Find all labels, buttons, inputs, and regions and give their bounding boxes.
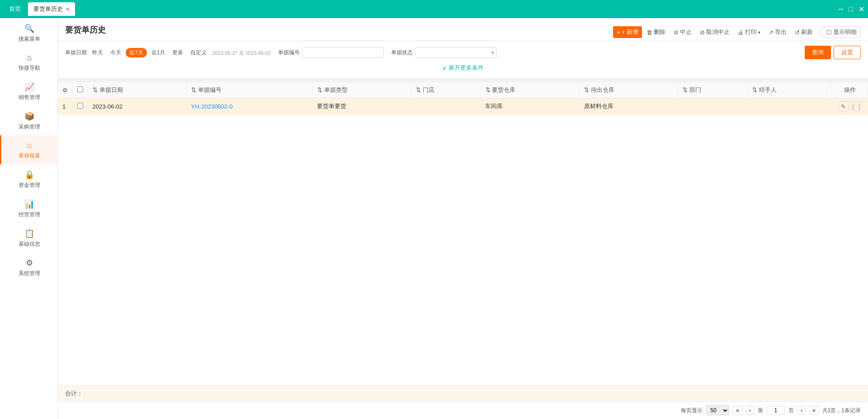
sidebar-item-basic-info[interactable]: 📋 基础信息 xyxy=(0,223,57,252)
sidebar-item-quick-nav[interactable]: ⌂ 快捷导航 xyxy=(0,48,57,76)
row-doc-number[interactable]: YH-20230602-0 xyxy=(187,98,313,115)
filter-row-1: 单据日期 昨天 今天 近7天 近1月 更多 自定义 2023-05-27 至 2… xyxy=(65,46,861,59)
col-pending-warehouse-label: 待出仓库 xyxy=(591,86,614,93)
row-handler xyxy=(747,98,831,115)
sidebar-item-system-label: 系统管理 xyxy=(19,270,40,277)
sidebar-item-finance-label: 资金管理 xyxy=(19,181,40,189)
date-recent1month[interactable]: 近1月 xyxy=(149,48,168,57)
doc-status-select[interactable] xyxy=(415,47,497,58)
next-page-btn[interactable]: › xyxy=(797,406,806,415)
row-pending-warehouse: 原材料仓库 xyxy=(580,98,678,115)
prev-page-btn[interactable]: ‹ xyxy=(746,406,754,415)
tab-home[interactable]: 首页 xyxy=(4,2,26,16)
top-bar: 首页 要货单历史 ✕ ─ □ ✕ xyxy=(0,0,868,18)
col-store: ⇅ 门店 xyxy=(411,82,481,98)
close-tab-icon[interactable]: ✕ xyxy=(66,6,70,12)
more-action-icon[interactable]: ⋮⋮ xyxy=(851,101,861,111)
toolbar-separator xyxy=(819,28,820,37)
col-checkbox xyxy=(73,82,88,98)
sidebar-item-system[interactable]: ⚙ 系统管理 xyxy=(0,252,57,282)
date-custom[interactable]: 自定义 xyxy=(188,48,209,57)
sort-store-icon[interactable]: ⇅ xyxy=(416,86,421,93)
col-req-warehouse-label: 要货仓库 xyxy=(492,86,515,93)
row-checkbox-cell xyxy=(73,98,88,115)
select-all-checkbox[interactable] xyxy=(77,86,83,92)
sort-handler-icon[interactable]: ⇅ xyxy=(752,86,757,93)
cancel-stop-icon: ⊘ xyxy=(700,29,705,36)
stop-icon: ⊘ xyxy=(674,29,679,36)
sidebar-item-inventory[interactable]: ⌂ 库存核算 xyxy=(0,135,57,164)
refresh-button[interactable]: ↺ 刷新 xyxy=(791,26,816,38)
inventory-icon: ⌂ xyxy=(27,141,32,150)
stop-button[interactable]: ⊘ 中止 xyxy=(670,26,695,38)
filter-bar: 单据日期 昨天 今天 近7天 近1月 更多 自定义 2023-05-27 至 2… xyxy=(58,41,868,79)
date-more[interactable]: 更多 xyxy=(170,48,186,57)
date-today[interactable]: 今天 xyxy=(108,48,124,57)
row-index: 1 xyxy=(58,98,73,115)
sort-doc-date-icon[interactable]: ⇅ xyxy=(93,86,98,93)
sidebar-item-finance[interactable]: 🔒 资金管理 xyxy=(0,164,57,194)
doc-number-filter-group: 单据编号 xyxy=(278,47,384,58)
close-icon[interactable]: ✕ xyxy=(859,5,864,14)
page-number-input[interactable] xyxy=(767,406,785,415)
sidebar-item-purchase-label: 采购管理 xyxy=(19,123,40,131)
sort-doc-number-icon[interactable]: ⇅ xyxy=(191,86,196,93)
new-button[interactable]: + + 新增 xyxy=(613,26,642,38)
total-label: 合计： xyxy=(65,390,83,398)
checkbox-icon: ☐ xyxy=(826,29,832,36)
pagination: 每页显示 50 10 20 100 « ‹ 第 页 › » 共1页，1条记录 xyxy=(58,401,868,419)
sidebar-item-purchase[interactable]: 📦 采购管理 xyxy=(0,106,57,135)
col-settings[interactable]: ⚙ xyxy=(58,82,73,98)
row-action-icons: ✎ ⋮⋮ xyxy=(836,101,863,111)
page-size-select[interactable]: 50 10 20 100 xyxy=(706,405,729,415)
row-checkbox[interactable] xyxy=(77,103,83,109)
tab-requisition-history[interactable]: 要货单历史 ✕ xyxy=(28,2,75,16)
sidebar-item-sales[interactable]: 📈 销售管理 xyxy=(0,76,57,106)
row-actions: ✎ ⋮⋮ xyxy=(832,98,868,115)
print-button[interactable]: 🖨 打印 ▾ xyxy=(734,26,764,38)
page-suffix: 页 xyxy=(788,407,794,414)
col-doc-date: ⇅ 单据日期 xyxy=(88,82,187,98)
maximize-icon[interactable]: □ xyxy=(849,5,853,13)
sort-dept-icon[interactable]: ⇅ xyxy=(683,86,688,93)
basic-info-icon: 📋 xyxy=(24,229,34,238)
doc-number-link[interactable]: YH-20230602-0 xyxy=(191,103,233,110)
sort-pending-warehouse-icon[interactable]: ⇅ xyxy=(584,86,589,93)
doc-number-input[interactable] xyxy=(302,47,384,58)
date-recent7[interactable]: 近7天 xyxy=(126,48,147,57)
sidebar-item-operations[interactable]: 📊 经营管理 xyxy=(0,194,57,223)
display-detail-button[interactable]: ☐ 显示明细 xyxy=(822,26,861,38)
cancel-stop-button[interactable]: ⊘ 取消中止 xyxy=(696,26,733,38)
table-row: 1 2023-06-02 YH-20230602-0 要货单要货 车间库 原材料… xyxy=(58,98,868,115)
export-button[interactable]: ↗ 导出 xyxy=(765,26,790,38)
col-doc-number-label: 单据编号 xyxy=(198,86,222,93)
sidebar-item-quick-nav-label: 快捷导航 xyxy=(19,64,40,72)
sort-req-warehouse-icon[interactable]: ⇅ xyxy=(486,86,491,93)
edit-icon: ✎ xyxy=(841,103,846,110)
query-button[interactable]: 查询 xyxy=(805,46,831,59)
col-action: 操作 xyxy=(832,82,868,98)
expand-more-button[interactable]: ∨ 展开更多条件 xyxy=(442,62,484,74)
sidebar-item-search[interactable]: 🔍 搜索菜单 xyxy=(0,18,57,48)
table-container: ⚙ ⇅ 单据日期 ⇅ 单据编号 xyxy=(58,82,868,386)
sidebar-item-inventory-label: 库存核算 xyxy=(19,152,40,160)
edit-action-icon[interactable]: ✎ xyxy=(839,101,849,111)
row-req-warehouse: 车间库 xyxy=(481,98,579,115)
sort-doc-type-icon[interactable]: ⇅ xyxy=(317,86,322,93)
first-page-btn[interactable]: « xyxy=(733,406,742,415)
new-icon: + xyxy=(617,29,620,36)
delete-button[interactable]: 🗑 删除 xyxy=(643,26,669,38)
page-header: 要货单历史 + + 新增 🗑 删除 ⊘ 中止 ⊘ xyxy=(58,18,868,41)
gear-settings-icon[interactable]: ⚙ xyxy=(62,87,68,94)
last-page-btn[interactable]: » xyxy=(809,406,819,415)
doc-number-label: 单据编号 xyxy=(278,49,300,57)
refresh-label: 刷新 xyxy=(801,28,813,36)
tab-home-label: 首页 xyxy=(9,5,21,13)
minimize-icon[interactable]: ─ xyxy=(838,5,843,13)
settings-button[interactable]: 设置 xyxy=(834,46,861,59)
date-yesterday[interactable]: 昨天 xyxy=(90,48,106,57)
delete-label: 删除 xyxy=(654,28,665,36)
col-dept: ⇅ 部门 xyxy=(678,82,748,98)
main-layout: 🔍 搜索菜单 ⌂ 快捷导航 📈 销售管理 📦 采购管理 ⌂ 库存核算 🔒 资金管… xyxy=(0,18,868,419)
sidebar-item-search-label: 搜索菜单 xyxy=(19,35,40,43)
